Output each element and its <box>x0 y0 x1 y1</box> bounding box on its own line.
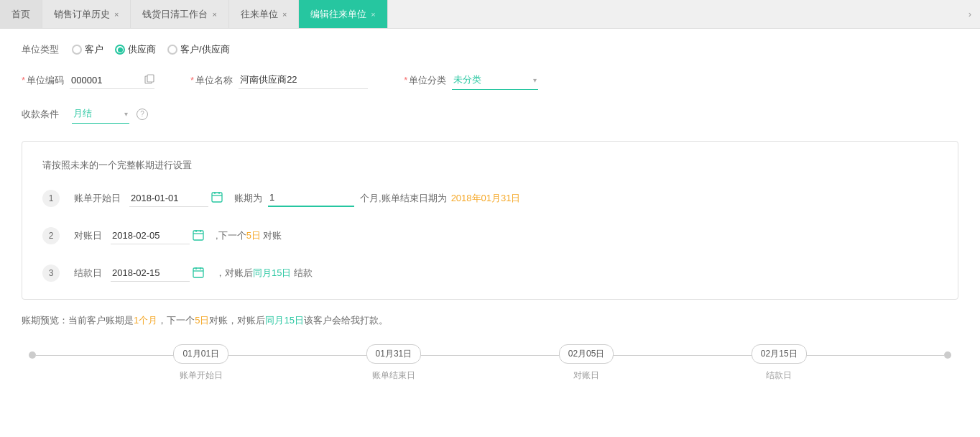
timeline-line-4 <box>614 355 751 356</box>
preview-sep1: ，下一个 <box>157 315 195 326</box>
unit-code-group: * 单位编码 <box>22 72 154 89</box>
tab-cash-ledger-close[interactable]: × <box>212 10 216 19</box>
payment-suffix: 结款 <box>291 267 313 280</box>
tab-cash-ledger-label: 钱货日清工作台 <box>142 8 208 21</box>
billing-start-date[interactable] <box>129 190 208 207</box>
dot-end <box>944 351 951 359</box>
timeline-label-1: 账单开始日 <box>180 369 223 382</box>
calendar-icon-2[interactable] <box>193 229 204 243</box>
timeline-badge-2: 01月31日 <box>366 344 422 364</box>
tab-edit-counterparty-label: 编辑往来单位 <box>310 8 366 21</box>
calendar-icon-1[interactable] <box>211 191 223 205</box>
radio-customer-circle <box>72 45 82 55</box>
tab-sales-history-label: 销售订单历史 <box>54 8 110 21</box>
unit-type-label: 单位类型 <box>22 43 59 56</box>
billing-end-date: 2018年01月31日 <box>451 192 521 205</box>
unit-category-label: 单位分类 <box>409 74 446 87</box>
preview-part1: 1个月 <box>134 315 157 326</box>
payment-terms-select[interactable]: 月结 ▾ <box>72 104 129 124</box>
svg-rect-10 <box>193 268 203 277</box>
unit-name-input[interactable] <box>239 72 368 89</box>
billing-start-row: 1 账单开始日 账期为 个月,账单结束日期为 2018年01月31日 <box>42 189 938 207</box>
timeline-line-3 <box>421 355 558 356</box>
payment-date[interactable] <box>111 264 190 282</box>
timeline-end-dot <box>944 344 951 359</box>
tab-edit-counterparty-close[interactable]: × <box>371 10 375 19</box>
svg-rect-6 <box>193 231 203 240</box>
radio-both-circle <box>167 45 177 55</box>
unit-category-star: * <box>404 75 407 86</box>
svg-rect-2 <box>212 193 222 202</box>
timeline-line-2 <box>228 355 366 356</box>
payment-label: 结款日 <box>74 267 102 280</box>
radio-both[interactable]: 客户/供应商 <box>167 43 230 56</box>
row-num-2: 2 <box>42 227 60 244</box>
unit-name-star: * <box>190 75 194 86</box>
tab-home[interactable]: 首页 <box>0 0 42 28</box>
row-num-1: 1 <box>42 190 60 207</box>
unit-code-star: * <box>22 75 25 86</box>
unit-type-row: 单位类型 客户 供应商 客户/供应商 <box>22 43 958 56</box>
svg-rect-1 <box>147 75 154 82</box>
tab-sales-history[interactable]: 销售订单历史 × <box>42 0 131 28</box>
radio-customer[interactable]: 客户 <box>72 43 103 56</box>
reconcile-day: 5日 <box>246 229 261 242</box>
payment-day: 同月15日 <box>253 267 291 280</box>
timeline-node-3: 02月05日 对账日 <box>559 344 614 382</box>
tab-bar: 首页 销售订单历史 × 钱货日清工作台 × 往来单位 × 编辑往来单位 × › <box>0 0 980 29</box>
reconcile-row: 2 对账日 ,下一个 5日 对账 <box>42 227 938 244</box>
tab-counterparty[interactable]: 往来单位 × <box>229 0 299 28</box>
tab-counterparty-close[interactable]: × <box>282 10 287 19</box>
chevron-down-icon: ▾ <box>533 76 537 84</box>
timeline-label-3: 对账日 <box>573 369 599 382</box>
payment-prefix: ，对账后 <box>216 267 253 280</box>
tab-home-label: 首页 <box>11 8 30 21</box>
dot-start <box>29 351 36 359</box>
settings-section: 请按照未来的一个完整帐期进行设置 1 账单开始日 账期为 个月,账单结束日期为 … <box>22 141 958 300</box>
payment-row: 3 结款日 ，对账后 同月15日 结款 <box>42 264 938 282</box>
timeline-node-4: 02月15日 结款日 <box>752 344 807 382</box>
unit-category-select[interactable]: 未分类 ▾ <box>452 70 538 90</box>
radio-supplier[interactable]: 供应商 <box>115 43 156 56</box>
period-label: 账期为 <box>234 192 262 205</box>
payment-terms-row: 收款条件 月结 ▾ ? <box>22 104 958 124</box>
chevron-down-icon2: ▾ <box>124 110 128 118</box>
unit-info-row: * 单位编码 * 单位名称 * 单位分类 未分类 ▾ <box>22 70 958 90</box>
unit-category-value: 未分类 <box>453 73 533 86</box>
copy-icon[interactable] <box>144 74 154 86</box>
radio-supplier-label: 供应商 <box>128 43 156 56</box>
reconcile-date[interactable] <box>111 227 190 244</box>
preview-suffix: 该客户会给我打款。 <box>304 315 388 326</box>
row-num-3: 3 <box>42 264 60 282</box>
payment-terms-value: 月结 <box>73 107 124 120</box>
timeline-node-1: 01月01日 账单开始日 <box>173 344 228 382</box>
unit-code-label: 单位编码 <box>27 74 64 87</box>
main-content: 单位类型 客户 供应商 客户/供应商 * 单位编码 <box>0 29 980 437</box>
preview-prefix: 账期预览：当前客户账期是 <box>22 315 134 326</box>
unit-code-input[interactable] <box>70 72 142 88</box>
period-value-input[interactable] <box>268 189 354 207</box>
reconcile-prefix: ,下一个 <box>216 229 246 242</box>
tab-sales-history-close[interactable]: × <box>114 10 119 19</box>
unit-name-label: 单位名称 <box>195 74 233 87</box>
reconcile-suffix: 对账 <box>261 229 282 242</box>
preview-part2: 5日 <box>195 315 209 326</box>
timeline-label-4: 结款日 <box>766 369 792 382</box>
timeline-node-2: 01月31日 账单结束日 <box>366 344 422 382</box>
timeline-line-1 <box>36 355 173 356</box>
calendar-icon-3[interactable] <box>193 267 204 280</box>
unit-category-group: * 单位分类 未分类 ▾ <box>404 70 538 90</box>
payment-terms-label: 收款条件 <box>22 108 59 121</box>
help-icon[interactable]: ? <box>137 109 148 120</box>
unit-code-field <box>70 72 154 89</box>
radio-supplier-circle <box>115 45 125 55</box>
tab-more-button[interactable]: › <box>960 0 980 28</box>
preview-sep2: 对账，对账后 <box>209 315 265 326</box>
preview-text: 账期预览：当前客户账期是1个月，下一个5日对账，对账后同月15日该客户会给我打款… <box>22 314 958 327</box>
tab-edit-counterparty[interactable]: 编辑往来单位 × <box>299 0 387 28</box>
section-instruction: 请按照未来的一个完整帐期进行设置 <box>42 159 938 172</box>
timeline-badge-3: 02月05日 <box>559 344 614 364</box>
billing-start-label: 账单开始日 <box>74 192 121 205</box>
radio-both-label: 客户/供应商 <box>180 43 230 56</box>
tab-cash-ledger[interactable]: 钱货日清工作台 × <box>131 0 228 28</box>
